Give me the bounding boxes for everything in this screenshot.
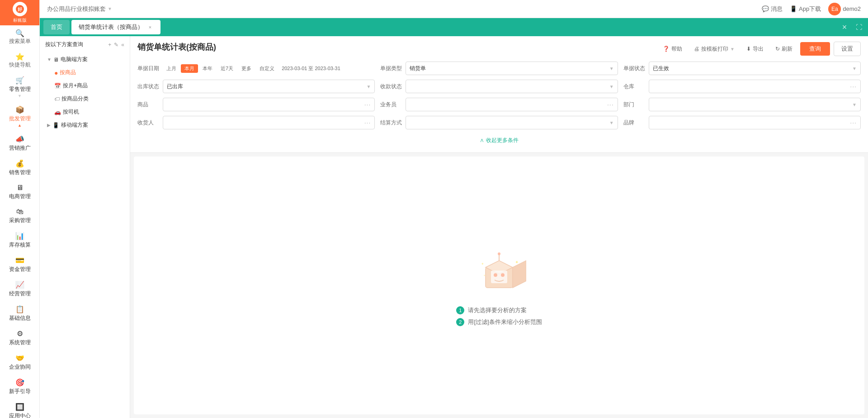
- filter-row-1: 单据日期 上月 本月 本年 近7天 更多 自定义 2023-03-01 至 20…: [137, 62, 861, 75]
- tab-home[interactable]: 首页: [43, 20, 70, 34]
- operations-icon: 📈: [15, 280, 24, 289]
- date-this-month[interactable]: 本月: [181, 64, 198, 73]
- tree-item-by-driver[interactable]: 🚗 按司机: [47, 105, 130, 119]
- export-btn[interactable]: ⬇ 导出: [742, 43, 768, 55]
- marketing-icon: 📣: [15, 135, 24, 143]
- print-icon: 🖨: [694, 46, 699, 52]
- sidebar-item-sales[interactable]: 💰 销售管理: [0, 156, 39, 180]
- out-status-control[interactable]: 已出库 ▼: [163, 80, 375, 93]
- tree-item-goods-category[interactable]: 🏷 按商品分类: [47, 92, 130, 105]
- sidebar-item-finance[interactable]: 💳 资金管理: [0, 252, 39, 277]
- date-7days[interactable]: 近7天: [217, 64, 237, 73]
- topbar-right: 💬 消息 📱 App下载 Ea demo2: [762, 3, 861, 15]
- brand-control[interactable]: ···: [649, 116, 861, 129]
- tab-fullscreen-btn[interactable]: ⛶: [854, 22, 864, 33]
- sidebar-item-apps[interactable]: 🔲 应用中心: [0, 399, 39, 418]
- query-button[interactable]: 查询: [800, 42, 830, 56]
- date-last-month[interactable]: 上月: [163, 64, 180, 73]
- status-label: 单据状态: [623, 65, 645, 72]
- sidebar-item-stock[interactable]: 📊 库存核算: [0, 228, 39, 252]
- tree-mobile-section[interactable]: ▶ 📱 移动端方案: [40, 119, 130, 132]
- out-status-label: 出库状态: [137, 83, 159, 90]
- logo-text: 标账版: [13, 17, 27, 24]
- filter-row-4: 收货人 ··· 结算方式 ▼ 品牌: [137, 116, 861, 129]
- pay-status-control[interactable]: ▼: [406, 80, 618, 93]
- help-icon: ❓: [663, 46, 670, 52]
- refresh-btn[interactable]: ↻ 刷新: [771, 43, 797, 55]
- empty-tips: 1 请先选择要分析的方案 2 用[过滤]条件来缩小分析范围: [456, 306, 542, 326]
- sales-icon: 💰: [15, 159, 24, 168]
- sidebar-item-purchase[interactable]: 🛍 采购管理: [0, 204, 39, 228]
- app-download-btn[interactable]: 📱 App下载: [790, 5, 821, 13]
- tree-pc-section[interactable]: ▼ 🖥 电脑端方案: [40, 53, 130, 66]
- out-status-dropdown-icon: ▼: [366, 84, 371, 89]
- tree-item-by-goods[interactable]: ● 按商品: [47, 66, 130, 79]
- date-custom[interactable]: 自定义: [256, 64, 278, 73]
- account-selector[interactable]: 办公用品行业模拟账套 ▼: [47, 5, 112, 13]
- user-menu[interactable]: Ea demo2: [828, 3, 861, 15]
- salesman-dots-icon: ···: [607, 101, 614, 108]
- date-more[interactable]: 更多: [238, 64, 255, 73]
- pc-section-icon: 🖥: [53, 57, 59, 63]
- tab-sales-stats[interactable]: 销货单统计表（按商品） ×: [71, 20, 160, 34]
- topbar: 办公用品行业模拟账套 ▼ 💬 消息 📱 App下载 Ea demo2: [40, 0, 868, 18]
- tab-close-window-btn[interactable]: ×: [839, 22, 850, 33]
- sidebar-item-collab[interactable]: 🤝 企业协同: [0, 350, 39, 375]
- date-label: 单据日期: [137, 65, 159, 72]
- sidebar-item-wholesale[interactable]: 📦 批发管理 ▲: [0, 102, 39, 131]
- month-goods-label: 按月+商品: [63, 82, 88, 90]
- edit-scheme-btn[interactable]: ✎: [114, 42, 118, 48]
- receiver-control[interactable]: ···: [163, 116, 375, 129]
- settlement-control[interactable]: ▼: [406, 116, 618, 129]
- collapse-panel-btn[interactable]: «: [121, 42, 124, 48]
- filter-status: 单据状态 已生效 ▼: [623, 62, 861, 75]
- sidebar-item-operations[interactable]: 📈 经营管理: [0, 277, 39, 301]
- sidebar-item-ecom[interactable]: 🖥 电商管理: [0, 180, 39, 204]
- message-btn[interactable]: 💬 消息: [762, 5, 783, 13]
- salesman-label: 业务员: [380, 101, 402, 109]
- stock-icon: 📊: [15, 232, 24, 240]
- sidebar-item-guide[interactable]: 🎯 新手引导: [0, 375, 39, 399]
- goods-control[interactable]: ···: [163, 98, 375, 111]
- date-range-value: 2023-03-01 至 2023-03-31: [282, 65, 340, 72]
- sidebar-item-marketing[interactable]: 📣 营销推广: [0, 131, 39, 156]
- pc-expand-icon: ▼: [47, 57, 52, 62]
- tabbar-actions: × ⛶: [839, 22, 864, 33]
- sidebar-search[interactable]: 🔍 搜索菜单: [0, 25, 39, 49]
- print-btn[interactable]: 🖨 按模板打印 ▼: [690, 43, 739, 55]
- sidebar-item-basic[interactable]: 📋 基础信息: [0, 301, 39, 326]
- purchase-icon: 🛍: [16, 208, 24, 216]
- date-control: 上月 本月 本年 近7天 更多 自定义 2023-03-01 至 2023-03…: [163, 64, 375, 73]
- add-scheme-btn[interactable]: +: [108, 42, 111, 48]
- sidebar-quick-nav[interactable]: ⭐ 快捷导航: [0, 49, 39, 72]
- type-label: 单据类型: [380, 65, 402, 72]
- driver-icon: 🚗: [54, 109, 61, 115]
- settings-button[interactable]: 设置: [834, 42, 861, 56]
- dept-control[interactable]: ▼: [649, 98, 861, 111]
- sidebar-item-retail[interactable]: 🛒 零售管理 ▼: [0, 72, 39, 102]
- svg-text:✦: ✦: [481, 262, 484, 266]
- warehouse-label: 仓库: [623, 83, 645, 90]
- filter-row-3: 商品 ··· 业务员 ··· 部门: [137, 98, 861, 111]
- collapse-btn[interactable]: ∧ 收起更多条件: [137, 134, 861, 147]
- svg-text:好: 好: [17, 7, 23, 12]
- type-value: 销货单: [410, 65, 609, 72]
- home-tab-label: 首页: [51, 23, 62, 31]
- type-control[interactable]: 销货单 ▼: [406, 62, 618, 75]
- salesman-control[interactable]: ···: [406, 98, 618, 111]
- tree-item-month-goods[interactable]: 📅 按月+商品: [47, 79, 130, 92]
- basic-icon: 📋: [15, 305, 24, 314]
- guide-icon: 🎯: [15, 378, 24, 387]
- right-panel: 销货单统计表(按商品) ❓ 帮助 🖨 按模板打印 ▼ ⬇: [130, 36, 868, 418]
- receiver-label: 收货人: [137, 119, 159, 127]
- sidebar-item-system[interactable]: ⚙ 系统管理: [0, 326, 39, 350]
- month-goods-icon: 📅: [54, 83, 61, 89]
- svg-marker-4: [513, 261, 526, 288]
- date-this-year[interactable]: 本年: [199, 64, 216, 73]
- status-control[interactable]: 已生效 ▼: [649, 62, 861, 75]
- warehouse-control[interactable]: ···: [649, 80, 861, 93]
- help-btn[interactable]: ❓ 帮助: [659, 43, 686, 55]
- tab-close-btn[interactable]: ×: [147, 24, 153, 30]
- wholesale-expand-icon: ▲: [18, 123, 22, 128]
- empty-tip-2: 2 用[过滤]条件来缩小分析范围: [456, 318, 542, 326]
